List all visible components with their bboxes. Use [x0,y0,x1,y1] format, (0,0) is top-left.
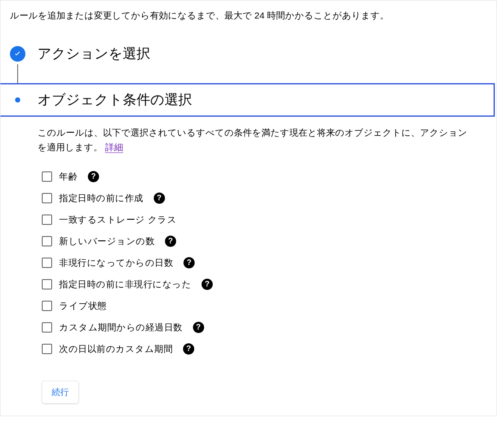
condition-label: ライブ状態 [59,300,107,312]
continue-button[interactable]: 続行 [42,381,79,404]
condition-created-before: 指定日時の前に作成 ? [42,192,487,204]
condition-days-noncurrent: 非現行になってからの日数 ? [42,257,487,269]
help-icon[interactable]: ? [202,279,213,290]
help-icon[interactable]: ? [165,236,176,247]
learn-more-link[interactable]: 詳細 [105,142,123,153]
help-icon[interactable]: ? [183,343,194,355]
rule-delay-notice: ルールを追加または変更してから有効になるまで、最大で 24 時間かかることがあり… [0,8,457,23]
stepper: アクションを選択 オブジェクト条件の選択 このルールは、以下で選択されているすべ… [0,44,497,404]
condition-label: 一致するストレージ クラス [59,214,177,226]
condition-days-since-custom: カスタム期間からの経過日数 ? [42,321,487,333]
checkbox-live-state[interactable] [42,301,52,311]
checkbox-days-since-custom[interactable] [42,322,52,333]
help-icon[interactable]: ? [88,171,99,182]
condition-label: 次の日以前のカスタム期間 [59,343,173,355]
condition-label: カスタム期間からの経過日数 [59,321,183,333]
condition-storage-class: 一致するストレージ クラス [42,214,487,226]
condition-custom-before: 次の日以前のカスタム期間 ? [42,343,487,355]
step-title-conditions: オブジェクト条件の選択 [37,90,192,109]
conditions-description-text: このルールは、以下で選択されているすべての条件を満たす現在と将来のオブジェクトに… [37,128,467,152]
step-body-conditions: このルールは、以下で選択されているすべての条件を満たす現在と将来のオブジェクトに… [0,117,497,404]
checkbox-days-noncurrent[interactable] [42,258,52,268]
condition-live-state: ライブ状態 [42,300,487,312]
condition-newer-versions: 新しいバージョンの数 ? [42,235,487,247]
condition-label: 年齢 [59,171,78,183]
checkbox-storage-class[interactable] [42,215,52,225]
checkbox-created-before[interactable] [42,193,52,203]
checkbox-custom-before[interactable] [42,344,52,354]
conditions-description: このルールは、以下で選択されているすべての条件を満たす現在と将来のオブジェクトに… [37,125,468,155]
step-select-conditions[interactable]: オブジェクト条件の選択 [0,83,495,117]
condition-label: 指定日時の前に非現行になった [59,278,191,290]
help-icon[interactable]: ? [193,322,204,333]
active-dot-icon [15,97,20,103]
condition-list: 年齢 ? 指定日時の前に作成 ? 一致するストレージ クラス 新しいバージョンの… [37,171,487,355]
step-title-action: アクションを選択 [37,44,150,63]
step-select-action[interactable]: アクションを選択 [0,44,497,64]
condition-label: 新しいバージョンの数 [59,235,155,247]
help-icon[interactable]: ? [154,193,165,204]
condition-age: 年齢 ? [42,171,487,183]
checkbox-age[interactable] [42,171,52,182]
checkbox-newer-versions[interactable] [42,236,52,246]
condition-label: 非現行になってからの日数 [59,257,173,269]
check-circle-icon [10,46,25,62]
condition-noncurrent-before: 指定日時の前に非現行になった ? [42,278,487,290]
step-connector [17,64,18,83]
help-icon[interactable]: ? [183,257,195,268]
condition-label: 指定日時の前に作成 [59,192,143,204]
checkbox-noncurrent-before[interactable] [42,279,52,289]
